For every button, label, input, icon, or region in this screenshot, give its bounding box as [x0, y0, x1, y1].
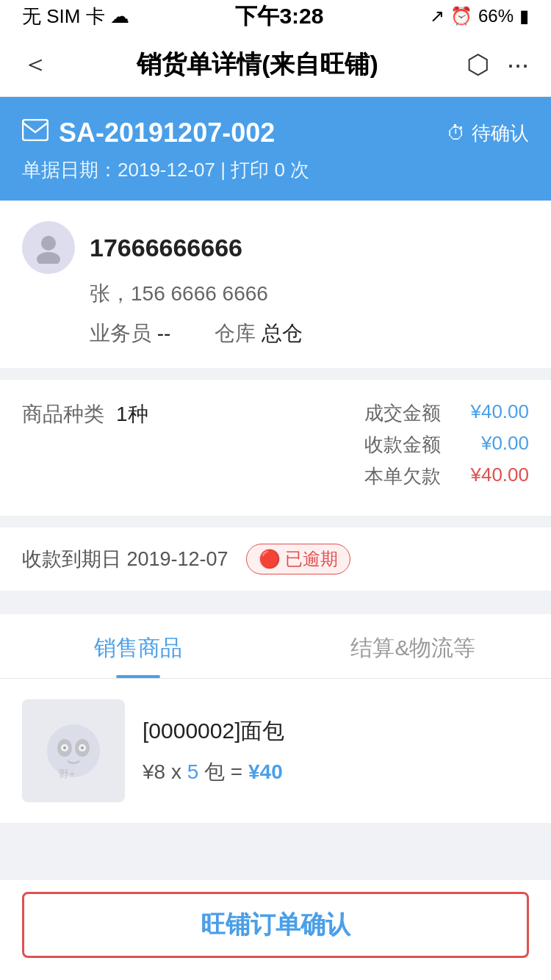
order-header: SA-20191207-002 ⏱ 待确认 单据日期：2019-12-07 | … [0, 97, 551, 201]
salesperson-label: 业务员 -- [90, 320, 170, 347]
amount-label: 成交金额 [364, 400, 441, 426]
product-item: 野+ [0000002]面包 ¥8 x 5 包 = ¥40 [0, 679, 551, 823]
summary-section: 商品种类 1种 成交金额 ¥40.00 收款金额 ¥0.00 本单欠款 ¥40.… [0, 380, 551, 516]
product-info: [0000002]面包 ¥8 x 5 包 = ¥40 [143, 716, 529, 786]
back-button[interactable]: ＜ [22, 46, 48, 82]
svg-point-1 [41, 236, 56, 251]
summary-right: 成交金额 ¥40.00 收款金额 ¥0.00 本单欠款 ¥40.00 [364, 400, 529, 495]
status-text: 待确认 [472, 120, 529, 146]
tab-sales[interactable]: 销售商品 [0, 614, 276, 678]
more-icon[interactable]: ··· [507, 49, 529, 80]
alarm-icon: ⏰ [450, 6, 472, 26]
share-icon[interactable]: ⬡ [467, 49, 489, 80]
customer-row: 17666666666 [22, 221, 529, 274]
order-id-row: SA-20191207-002 ⏱ 待确认 [22, 118, 529, 148]
confirm-button[interactable]: 旺铺订单确认 [22, 892, 529, 958]
clock-icon: ⏱ [447, 122, 466, 145]
product-calc: ¥8 x 5 包 = ¥40 [143, 758, 529, 786]
product-name: [0000002]面包 [143, 716, 529, 746]
status-right: ↗ ⏰ 66% ▮ [430, 6, 529, 26]
svg-text:野+: 野+ [59, 768, 75, 779]
nav-bar: ＜ 销货单详情(来自旺铺) ⬡ ··· [0, 32, 551, 97]
balance-row: 本单欠款 ¥40.00 [364, 464, 529, 489]
svg-point-9 [81, 746, 84, 749]
product-qty: 5 [187, 760, 199, 783]
status-time: 下午3:28 [235, 1, 323, 32]
category-label: 商品种类 [22, 400, 104, 428]
payment-value: ¥0.00 [481, 432, 529, 458]
tabs-section: 销售商品 结算&物流等 野+ [0000002]面包 [0, 614, 551, 823]
customer-phone: 17666666666 [90, 234, 242, 262]
balance-label: 本单欠款 [364, 464, 441, 489]
divider [0, 602, 551, 614]
salesperson-value: -- [157, 322, 171, 345]
warehouse-label: 仓库 总仓 [215, 320, 303, 347]
svg-point-8 [63, 746, 66, 749]
product-total: ¥40 [248, 760, 283, 783]
svg-rect-0 [23, 120, 48, 140]
product-thumbnail: 野+ [22, 699, 125, 802]
category-value: 1种 [116, 400, 148, 428]
due-date-value: 2019-12-07 [127, 548, 228, 570]
customer-name: 张，156 6666 6666 [90, 280, 529, 308]
order-id: SA-20191207-002 [59, 118, 275, 148]
status-left: 无 SIM 卡 ☁ [22, 4, 129, 29]
customer-section: 17666666666 张，156 6666 6666 业务员 -- 仓库 总仓 [0, 201, 551, 368]
nav-icons: ⬡ ··· [467, 49, 529, 80]
battery-label: 66% [478, 6, 514, 26]
tabs-row: 销售商品 结算&物流等 [0, 614, 551, 679]
due-section: 收款到期日 2019-12-07 🔴 已逾期 [0, 527, 551, 591]
order-status: ⏱ 待确认 [447, 120, 529, 146]
amount-row: 成交金额 ¥40.00 [364, 400, 529, 426]
svg-point-2 [37, 252, 60, 264]
overdue-badge: 🔴 已逾期 [246, 544, 350, 574]
bottom-bar: 旺铺订单确认 [0, 880, 551, 980]
warehouse-value: 总仓 [262, 322, 303, 345]
summary-left: 商品种类 1种 [22, 400, 148, 428]
avatar [22, 221, 75, 274]
signal-icon: ↗ [430, 6, 444, 26]
order-icon [22, 119, 48, 147]
tab-settle[interactable]: 结算&物流等 [276, 614, 551, 678]
status-bar: 无 SIM 卡 ☁ 下午3:28 ↗ ⏰ 66% ▮ [0, 0, 551, 32]
balance-value: ¥40.00 [470, 464, 529, 489]
customer-meta: 业务员 -- 仓库 总仓 [90, 320, 529, 347]
order-date: 单据日期：2019-12-07 | 打印 0 次 [22, 157, 529, 183]
payment-row: 收款金额 ¥0.00 [364, 432, 529, 458]
amount-value: ¥40.00 [470, 400, 529, 426]
overdue-text: 已逾期 [285, 547, 338, 571]
payment-label: 收款金额 [364, 432, 441, 458]
overdue-icon: 🔴 [259, 549, 281, 569]
due-date-label: 收款到期日 2019-12-07 [22, 546, 228, 572]
page-title: 销货单详情(来自旺铺) [137, 48, 378, 82]
battery-icon: ▮ [519, 6, 529, 26]
